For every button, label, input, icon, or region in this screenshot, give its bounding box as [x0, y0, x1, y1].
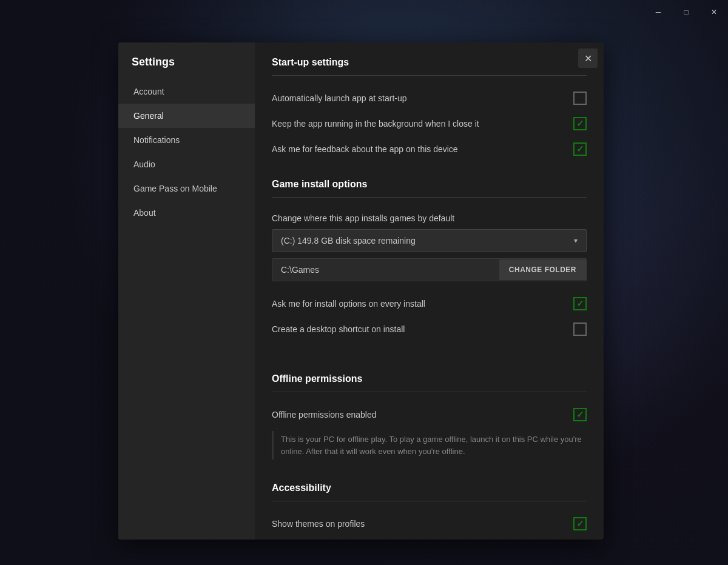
feedback-row: Ask me for feedback about the app on thi… [272, 136, 587, 162]
disk-dropdown-value: (C:) 149.8 GB disk space remaining [281, 236, 416, 246]
auto-launch-row: Automatically launch app at start-up [272, 85, 587, 111]
desktop-shortcut-checkbox[interactable] [573, 323, 587, 336]
feedback-checkbox[interactable] [573, 142, 587, 156]
install-location-desc: Change where this app installs games by … [272, 213, 454, 223]
keep-running-checkbox[interactable] [573, 117, 587, 130]
install-location-desc-row: Change where this app installs games by … [272, 207, 587, 229]
spacer-4 [272, 466, 587, 480]
modal-close-button[interactable]: ✕ [578, 48, 598, 68]
feedback-label: Ask me for feedback about the app on thi… [272, 144, 458, 154]
offline-section-title: Offline permissions [272, 371, 587, 384]
show-themes-row: Show themes on profiles [272, 511, 587, 537]
titlebar: ─ □ ✕ [0, 0, 728, 24]
auto-launch-checkbox[interactable] [573, 92, 587, 105]
keep-running-label: Keep the app running in the background w… [272, 119, 479, 129]
settings-content: Start-up settings Automatically launch a… [255, 42, 604, 540]
offline-divider [272, 392, 587, 392]
install-divider [272, 197, 587, 198]
offline-permissions-label: Offline permissions enabled [272, 410, 377, 420]
sidebar-item-about[interactable]: About [118, 201, 255, 225]
auto-launch-label: Automatically launch app at start-up [272, 93, 407, 103]
keep-running-row: Keep the app running in the background w… [272, 111, 587, 136]
dropdown-arrow-icon: ▾ [574, 236, 578, 245]
sidebar-item-audio[interactable]: Audio [118, 152, 255, 176]
offline-permissions-row: Offline permissions enabled [272, 402, 587, 427]
install-section-title: Game install options [272, 176, 587, 190]
folder-path-input[interactable] [272, 259, 499, 281]
install-options-checkbox[interactable] [573, 297, 587, 310]
sidebar-item-notifications[interactable]: Notifications [118, 128, 255, 152]
minimize-button[interactable]: ─ [644, 0, 672, 24]
folder-row: CHANGE FOLDER [272, 258, 587, 281]
disk-dropdown[interactable]: (C:) 149.8 GB disk space remaining ▾ [272, 229, 587, 252]
sidebar-item-account[interactable]: Account [118, 79, 255, 104]
offline-description: This is your PC for offline play. To pla… [272, 431, 587, 460]
desktop-shortcut-row: Create a desktop shortcut on install [272, 316, 587, 342]
show-themes-checkbox[interactable] [573, 517, 587, 530]
install-options-label: Ask me for install options on every inst… [272, 299, 425, 309]
sidebar-item-general[interactable]: General [118, 104, 255, 128]
accessibility-divider [272, 501, 587, 501]
change-folder-button[interactable]: CHANGE FOLDER [499, 259, 586, 280]
maximize-button[interactable]: □ [672, 0, 700, 24]
startup-divider [272, 75, 587, 76]
spacer-1 [272, 162, 587, 176]
settings-title: Settings [118, 42, 255, 79]
offline-permissions-checkbox[interactable] [573, 408, 587, 421]
sidebar-item-gamepass-mobile[interactable]: Game Pass on Mobile [118, 176, 255, 201]
startup-section-title: Start-up settings [272, 55, 587, 68]
spacer-2 [272, 342, 587, 356]
desktop-shortcut-label: Create a desktop shortcut on install [272, 324, 405, 334]
install-options-row: Ask me for install options on every inst… [272, 291, 587, 316]
window-close-button[interactable]: ✕ [700, 0, 728, 24]
accessibility-section-title: Accessibility [272, 480, 587, 493]
settings-modal: Settings Account General Notifications A… [118, 42, 604, 540]
settings-sidebar: Settings Account General Notifications A… [118, 42, 255, 540]
spacer-3 [272, 356, 587, 371]
show-themes-label: Show themes on profiles [272, 519, 365, 529]
